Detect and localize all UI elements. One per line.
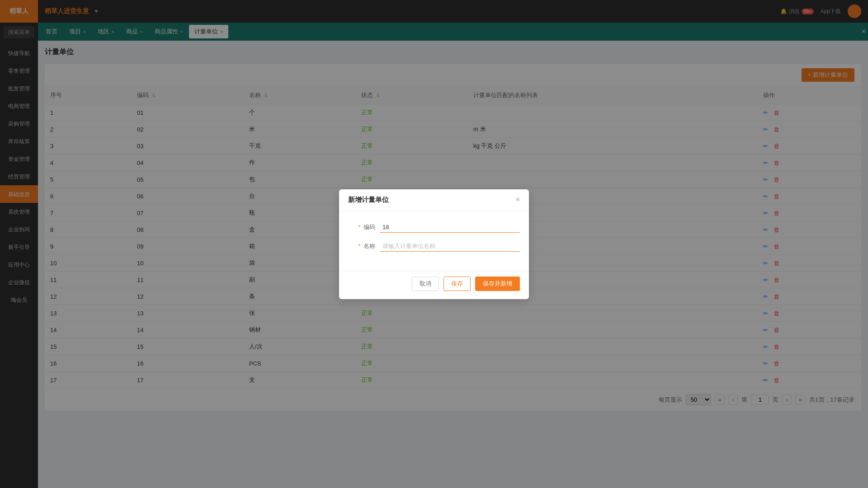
save-and-new-button[interactable]: 保存并新增: [475, 277, 520, 291]
name-label: * 名称: [348, 242, 380, 250]
required-mark: *: [358, 224, 360, 230]
code-label: * 编码: [348, 223, 380, 231]
dialog-body: * 编码 * 名称: [339, 211, 529, 271]
form-row-code: * 编码: [348, 222, 520, 233]
dialog-footer: 取消 保存 保存并新增: [339, 271, 529, 299]
add-unit-dialog: 新增计量单位 × * 编码 * 名称 取消 保存 保存并新增: [339, 189, 529, 299]
code-input[interactable]: [380, 222, 520, 233]
required-mark: *: [358, 243, 360, 249]
save-button[interactable]: 保存: [443, 277, 471, 291]
form-row-name: * 名称: [348, 241, 520, 252]
dialog-close-button[interactable]: ×: [516, 196, 520, 204]
dialog-title: 新增计量单位: [348, 196, 389, 204]
name-input[interactable]: [380, 241, 520, 252]
modal-overlay: 新增计量单位 × * 编码 * 名称 取消 保存 保存并新增: [0, 0, 868, 488]
code-label-text: 编码: [363, 224, 375, 230]
dialog-header: 新增计量单位 ×: [339, 189, 529, 211]
cancel-button[interactable]: 取消: [412, 277, 439, 291]
name-label-text: 名称: [363, 243, 375, 249]
